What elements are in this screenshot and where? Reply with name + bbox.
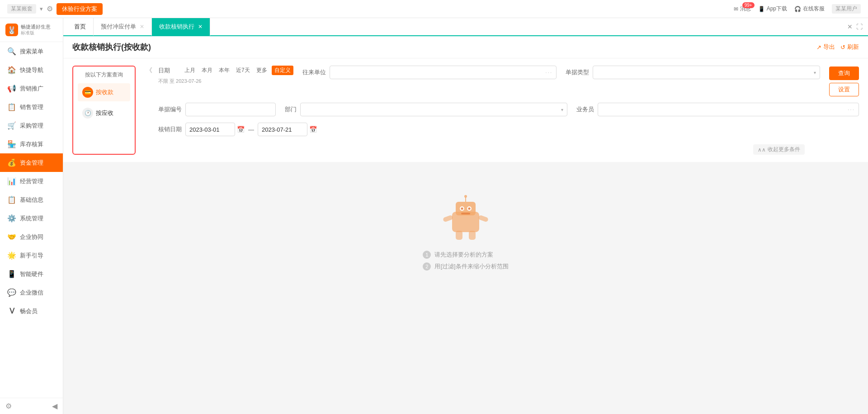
sidebar-label-basic-info: 基础信息 (20, 196, 43, 204)
footer-settings-icon[interactable]: ⚙ (5, 402, 12, 410)
maximize-icon[interactable]: ⛶ (856, 23, 863, 30)
tab-receipt-close[interactable]: ✕ (198, 24, 203, 30)
verify-date-end-calendar-icon[interactable]: 📅 (309, 126, 317, 133)
sidebar-item-vip[interactable]: Ⅴ 畅会员 (0, 302, 63, 320)
sidebar-item-marketing[interactable]: 📢 营销推广 (0, 79, 63, 98)
partner-input-wrap[interactable]: ··· (330, 66, 557, 79)
user-name[interactable]: 某某用户 (832, 4, 861, 14)
sidebar-label-marketing: 营销推广 (20, 85, 43, 93)
settings-button[interactable]: 设置 (829, 83, 859, 96)
settings-icon[interactable]: ⚙ (47, 5, 53, 13)
dept-select-wrap[interactable]: ▾ (300, 103, 567, 116)
export-button[interactable]: ↗ 导出 (816, 43, 835, 51)
funds-icon: 💰 (7, 158, 16, 167)
filter-form: 日期 上月 本月 本年 近7天 更多 自定义 不限 至 2023-07-26 (158, 66, 859, 155)
date-label: 日期 (158, 67, 180, 75)
date-btn-7days[interactable]: 近7天 (234, 66, 252, 75)
sidebar-item-hardware[interactable]: 📱 智能硬件 (0, 265, 63, 283)
staff-input[interactable] (602, 106, 848, 113)
filter-option-by-receivable[interactable]: 🕐 按应收 (78, 104, 130, 122)
verify-date-start-field: 📅 (185, 123, 245, 136)
close-window-icon[interactable]: ✕ (847, 23, 853, 30)
tab-prepay-offset[interactable]: 预付冲应付单 ✕ (94, 18, 152, 36)
tab-home[interactable]: 首页 (67, 18, 94, 36)
collapse-more-button[interactable]: ∧∧ 收起更多条件 (753, 144, 805, 155)
sidebar-item-guide[interactable]: 🌟 新手引导 (0, 246, 63, 265)
sidebar-item-basic-info[interactable]: 📋 基础信息 (0, 190, 63, 209)
industry-button[interactable]: 休验行业方案 (57, 3, 103, 15)
verify-date-start-calendar-icon[interactable]: 📅 (237, 126, 245, 133)
sidebar-label-sales: 销售管理 (20, 103, 43, 111)
date-btn-custom[interactable]: 自定义 (272, 66, 293, 75)
refresh-button[interactable]: ↺ 刷新 (840, 43, 859, 51)
tab-prepay-close[interactable]: ✕ (140, 24, 144, 30)
svg-rect-10 (469, 231, 476, 240)
doc-type-select-wrap[interactable]: ▾ (593, 66, 820, 79)
sidebar-label-vip: 畅会员 (20, 307, 38, 315)
headset-icon: 🎧 (794, 6, 801, 12)
sidebar-item-search-menu[interactable]: 🔍 搜索菜单 (0, 42, 63, 61)
online-service-button[interactable]: 🎧 在线客服 (794, 5, 825, 13)
date-btn-last-month[interactable]: 上月 (183, 66, 197, 75)
partner-ellipsis-btn[interactable]: ··· (545, 69, 552, 76)
message-badge: 99+ (742, 2, 755, 8)
verify-date-start-input[interactable] (185, 123, 235, 136)
sidebar-item-funds[interactable]: 💰 资金管理 (0, 153, 63, 172)
date-quick-row: 日期 上月 本月 本年 近7天 更多 自定义 (158, 66, 293, 75)
content-area: 首页 预付冲应付单 ✕ 收款核销执行 ✕ ✕ ⛶ 收款核销执行(按收款) (63, 18, 868, 414)
logo-name: 畅捷通好生意 (21, 24, 51, 30)
verify-date-field: 核销日期 📅 — 📅 (158, 123, 317, 136)
sidebar-item-purchase[interactable]: 🛒 采购管理 (0, 116, 63, 135)
account-name[interactable]: 某某账套 (7, 4, 36, 14)
query-button[interactable]: 查询 (829, 67, 859, 80)
doc-num-input[interactable] (185, 103, 276, 116)
sidebar-item-operations[interactable]: 📊 经营管理 (0, 172, 63, 190)
verify-date-end-input[interactable] (258, 123, 307, 136)
message-button[interactable]: ✉ 消息 99+ (734, 5, 751, 13)
sidebar-item-system[interactable]: ⚙️ 系统管理 (0, 209, 63, 228)
vip-icon: Ⅴ (7, 307, 16, 315)
sidebar-item-wechat[interactable]: 💬 企业微信 (0, 283, 63, 302)
svg-point-12 (464, 195, 467, 198)
sidebar-item-quick-nav[interactable]: 🏠 快捷导航 (0, 61, 63, 79)
svg-rect-6 (461, 213, 470, 214)
app-download-button[interactable]: 📱 App下载 (758, 5, 787, 13)
filter-option-by-receipt[interactable]: 💳 按收款 (78, 83, 130, 101)
staff-input-wrap[interactable]: ··· (598, 103, 859, 116)
filter-row-3: 核销日期 📅 — 📅 (158, 123, 859, 136)
enterprise-icon: 🤝 (7, 233, 16, 241)
dept-chevron-icon: ▾ (561, 107, 563, 112)
partner-input[interactable] (334, 69, 546, 76)
wechat-icon: 💬 (7, 288, 16, 297)
export-icon: ↗ (816, 44, 821, 51)
tab-receipt-offset[interactable]: 收款核销执行 ✕ (152, 18, 210, 36)
filter-collapse-toggle[interactable]: 《 (145, 66, 154, 155)
logo-text-block: 畅捷通好生意 标准版 (21, 24, 51, 36)
sidebar-label-search-menu: 搜索菜单 (20, 48, 43, 56)
verify-date-label: 核销日期 (158, 125, 182, 133)
tip-num-1: 1 (423, 251, 431, 259)
staff-field: 业务员 ··· (576, 103, 859, 116)
partner-label: 往来单位 (302, 68, 326, 76)
filter-row-1: 日期 上月 本月 本年 近7天 更多 自定义 不限 至 2023-07-26 (158, 66, 859, 96)
inventory-icon: 🏪 (7, 140, 16, 148)
by-receipt-label: 按收款 (96, 88, 113, 96)
date-btn-this-month[interactable]: 本月 (200, 66, 214, 75)
staff-ellipsis-btn[interactable]: ··· (848, 106, 855, 113)
date-range-dash: — (248, 126, 254, 133)
date-btn-this-year[interactable]: 本年 (217, 66, 231, 75)
operations-icon: 📊 (7, 177, 16, 186)
dropdown-arrow-icon[interactable]: ▾ (40, 5, 43, 12)
sidebar-item-sales[interactable]: 📋 销售管理 (0, 98, 63, 116)
by-receivable-label: 按应收 (96, 109, 113, 117)
dept-select[interactable] (304, 106, 561, 113)
sidebar-item-inventory[interactable]: 🏪 库存核算 (0, 135, 63, 153)
doc-num-field: 单据编号 (158, 103, 276, 116)
sidebar-item-enterprise[interactable]: 🤝 企业协同 (0, 228, 63, 246)
sidebar-label-system: 系统管理 (20, 214, 43, 223)
top-header-left: 某某账套 ▾ ⚙ 休验行业方案 (7, 3, 734, 15)
footer-collapse-icon[interactable]: ◀ (52, 402, 57, 410)
doc-type-select[interactable] (597, 69, 814, 76)
sidebar-label-funds: 资金管理 (20, 159, 43, 167)
date-btn-more[interactable]: 更多 (255, 66, 269, 75)
